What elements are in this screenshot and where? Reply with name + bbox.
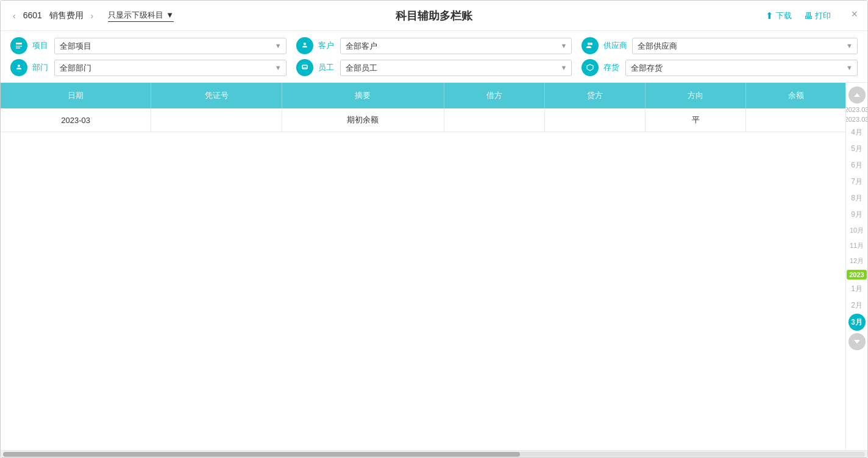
download-button[interactable]: ⬆ 下载 [766, 10, 792, 21]
department-select-wrapper: 全部部门 ▼ [54, 60, 286, 76]
customer-icon [296, 37, 313, 54]
filter-project: 项目 全部项目 ▼ [10, 37, 286, 54]
timeline-month-11[interactable]: 11月 [846, 238, 867, 253]
timeline-month-8[interactable]: 8月 [846, 190, 867, 206]
title-bar-right: ⬆ 下载 🖶 打印 [766, 10, 858, 21]
cell-credit [544, 108, 645, 132]
table-row: 2023-03 期初余额 平 [1, 108, 845, 132]
timeline-month-5[interactable]: 5月 [846, 141, 867, 157]
customer-label: 客户 [318, 40, 335, 51]
dropdown-arrow-icon: ▼ [166, 10, 174, 19]
supplier-icon [582, 37, 599, 54]
inventory-select-wrapper: 全部存货 ▼ [625, 60, 858, 76]
timeline-month-7[interactable]: 7月 [846, 174, 867, 190]
cell-balance [746, 108, 845, 132]
svg-point-4 [590, 43, 592, 45]
prev-account-arrow[interactable]: ‹ [10, 10, 18, 22]
cell-direction: 平 [645, 108, 745, 132]
print-icon: 🖶 [804, 11, 813, 21]
timeline-month-2[interactable]: 2月 [846, 297, 867, 314]
show-sub-button[interactable]: 只显示下级科目 ▼ [108, 10, 174, 22]
employee-select[interactable]: 全部员工 [340, 60, 572, 76]
svg-point-3 [588, 43, 590, 45]
account-name: 销售费用 [49, 10, 84, 20]
timeline-month-9[interactable]: 9月 [846, 206, 867, 223]
cell-debit [444, 108, 544, 132]
cell-voucher [151, 108, 282, 132]
title-bar: ‹ 6601 销售费用 › 只显示下级科目 ▼ 科目辅助多栏账 ⬆ 下载 🖶 打… [1, 1, 867, 31]
project-select-wrapper: 全部项目 ▼ [54, 38, 286, 54]
print-label: 打印 [815, 10, 831, 21]
department-label: 部门 [32, 62, 49, 73]
project-label: 项目 [32, 40, 49, 51]
timeline-period-1: 2023.03 [845, 105, 867, 114]
timeline-month-1[interactable]: 1月 [846, 281, 867, 297]
filter-employee: 员工 全部员工 ▼ [296, 59, 572, 76]
page-title: 科目辅助多栏账 [396, 9, 472, 23]
bottom-scrollbar[interactable] [1, 450, 867, 457]
project-select[interactable]: 全部项目 [54, 38, 286, 54]
timeline-month-4[interactable]: 4月 [846, 124, 867, 141]
cell-summary: 期初余额 [282, 108, 444, 132]
employee-icon [296, 59, 313, 76]
timeline-month-12[interactable]: 12月 [846, 253, 867, 269]
col-summary: 摘要 [282, 83, 444, 108]
filter-area: 项目 全部项目 ▼ 客户 全部客户 ▼ [1, 31, 867, 83]
timeline-month-3-selected[interactable]: 3月 [848, 314, 866, 331]
col-direction: 方向 [645, 83, 745, 108]
svg-rect-0 [16, 43, 22, 44]
col-debit: 借方 [444, 83, 544, 108]
inventory-label: 存货 [603, 62, 621, 73]
col-credit: 贷方 [544, 83, 645, 108]
timeline-up-arrow[interactable] [848, 86, 866, 104]
download-icon: ⬆ [766, 10, 774, 21]
download-label: 下载 [776, 10, 792, 21]
side-timeline: 2023.03 2023.03 4月 5月 6月 7月 8月 9月 10月 11… [845, 83, 867, 450]
timeline-month-6[interactable]: 6月 [846, 157, 867, 174]
print-button[interactable]: 🖶 打印 [804, 10, 831, 21]
cell-date: 2023-03 [1, 108, 151, 132]
employee-select-wrapper: 全部员工 ▼ [340, 60, 572, 76]
table-container: 日期 凭证号 摘要 借方 贷方 方向 余额 2023-03 期初余额 [1, 83, 867, 450]
supplier-select-wrapper: 全部供应商 ▼ [632, 38, 858, 54]
scrollbar-thumb[interactable] [3, 452, 520, 457]
customer-select[interactable]: 全部客户 [340, 38, 572, 54]
department-select[interactable]: 全部部门 [54, 60, 286, 76]
filter-inventory: 存货 全部存货 ▼ [582, 59, 858, 76]
inventory-icon [582, 59, 599, 76]
col-balance: 余额 [746, 83, 845, 108]
close-button[interactable]: × [851, 8, 858, 21]
timeline-year-badge: 2023 [847, 270, 866, 280]
timeline-month-10[interactable]: 10月 [846, 223, 867, 238]
table-header-row: 日期 凭证号 摘要 借方 贷方 方向 余额 [1, 83, 845, 108]
scrollbar-track [3, 452, 865, 457]
col-date: 日期 [1, 83, 151, 108]
timeline-down-arrow[interactable] [848, 333, 866, 350]
supplier-select[interactable]: 全部供应商 [632, 38, 858, 54]
customer-select-wrapper: 全部客户 ▼ [340, 38, 572, 54]
project-icon [10, 37, 27, 54]
timeline-period-2: 2023.03 [845, 114, 867, 124]
title-bar-left: ‹ 6601 销售费用 › 只显示下级科目 ▼ [10, 10, 174, 22]
filter-supplier: 供应商 全部供应商 ▼ [582, 37, 858, 54]
col-voucher: 凭证号 [151, 83, 282, 108]
next-account-arrow[interactable]: › [88, 10, 96, 22]
data-table: 日期 凭证号 摘要 借方 贷方 方向 余额 2023-03 期初余额 [1, 83, 845, 132]
department-icon [10, 59, 27, 76]
code-text: 6601 [23, 10, 42, 20]
svg-rect-5 [302, 65, 307, 69]
filter-customer: 客户 全部客户 ▼ [296, 37, 572, 54]
svg-rect-2 [16, 48, 20, 49]
filter-department: 部门 全部部门 ▼ [10, 59, 286, 76]
inventory-select[interactable]: 全部存货 [625, 60, 858, 76]
employee-label: 员工 [318, 62, 335, 73]
account-code: 6601 销售费用 [23, 10, 84, 21]
main-window: ‹ 6601 销售费用 › 只显示下级科目 ▼ 科目辅助多栏账 ⬆ 下载 🖶 打… [0, 0, 868, 458]
supplier-label: 供应商 [603, 40, 627, 51]
svg-rect-1 [16, 46, 22, 47]
show-sub-label: 只显示下级科目 [108, 10, 163, 21]
